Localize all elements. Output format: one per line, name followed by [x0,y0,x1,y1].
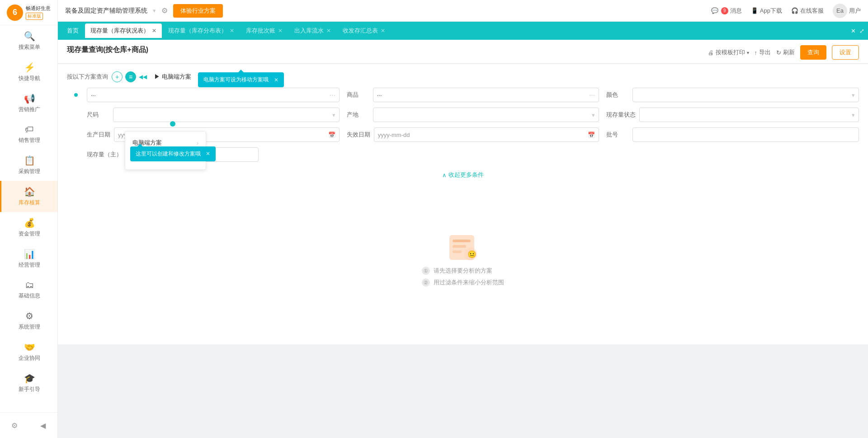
prod-date-label: 生产日期 [87,131,110,139]
create-tooltip-close[interactable]: ✕ [206,151,210,157]
chevron-down-icon: ▾ [852,112,855,118]
avatar: Ea [833,4,847,18]
print-icon: 🖨 [708,49,714,56]
tab-close-icon[interactable]: ✕ [381,28,385,34]
add-scheme-btn[interactable]: + [112,71,123,82]
warehouse-select[interactable]: ··· ⋯ [87,88,340,102]
refresh-icon: ↻ [776,49,781,56]
tab-home[interactable]: 首页 [61,24,84,38]
connector-dot [170,121,175,127]
settings-gear-icon[interactable]: ⚙ [161,6,168,15]
arrow-right-icon: › [197,140,198,146]
sidebar-item-label: 快捷导航 [19,75,40,82]
filter-item-size: 尺码 ▾ [87,108,340,122]
tab-inventory-status[interactable]: 现存量（库存状况表） ✕ [85,24,162,38]
sidebar-item-sales[interactable]: 🏷 销售管理 [0,119,57,150]
tab-label: 现存量（库存分布表） [168,27,227,35]
filter-section-label: 按以下方案查询 [67,73,108,81]
more-icon: ⋯ [589,92,595,99]
collapse-sidebar-btn[interactable]: ◀ [36,418,50,433]
sidebar-item-inventory[interactable]: 🏠 库存核算 [0,181,57,212]
goods-label: 商品 [347,91,369,99]
query-button[interactable]: 查询 [800,45,826,60]
settings-btn[interactable]: ⚙ [7,418,22,433]
export-icon: ↑ [755,49,758,56]
calendar-icon: 📅 [328,132,335,138]
sidebar-item-label: 新手引导 [19,386,40,393]
filter-item-batch: 批号 [606,127,859,142]
tab-close-icon[interactable]: ✕ [326,28,331,34]
expand-icon[interactable]: ⤢ [859,28,864,34]
online-service-item[interactable]: 🎧 在线客服 [791,7,824,15]
tab-inout-flow[interactable]: 出入库流水 ✕ [289,24,336,38]
messages-item[interactable]: 💬 9 消息 [711,7,742,15]
filter-row-1: ··· ⋯ 商品 ··· ⋯ 颜色 ▾ [67,88,859,102]
header-divider: ▾ [153,7,156,14]
row-spacer [74,133,78,137]
refresh-label: 刷新 [783,48,795,57]
tab-batch-account[interactable]: 库存批次账 ✕ [241,24,288,38]
calendar-icon: 📅 [588,132,595,138]
headset-icon: 🎧 [791,7,798,14]
sidebar-item-purchase[interactable]: 📋 采购管理 [0,150,57,181]
sidebar-item-label: 搜索菜单 [19,43,40,51]
marketing-icon: 📢 [24,93,35,104]
sidebar-item-enterprise[interactable]: 🤝 企业协同 [0,336,57,367]
export-btn[interactable]: ↑ 导出 [755,45,771,60]
origin-label: 产地 [347,111,369,119]
template-print-btn[interactable]: 🖨 按模板打印 ▾ [708,45,749,60]
sidebar-item-search[interactable]: 🔍 搜索菜单 [0,25,57,57]
color-select[interactable]: ▾ [632,88,859,102]
page-header: 现存量查询(按仓库+商品) 🖨 按模板打印 ▾ ↑ 导出 ↻ 刷新 [58,40,868,64]
sidebar-item-basic[interactable]: 🗂 基础信息 [0,274,57,305]
page-actions: 🖨 按模板打印 ▾ ↑ 导出 ↻ 刷新 查询 设置 [708,45,859,63]
stock-status-label: 现存量状态 [606,111,636,119]
collapse-icon[interactable]: ◀◀ [139,74,147,80]
tab-close-icon[interactable]: ✕ [152,28,156,34]
batch-label: 批号 [606,131,629,139]
industry-plan-button[interactable]: 体验行业方案 [173,4,223,18]
sidebar-item-quick[interactable]: ⚡ 快捷导航 [0,57,57,88]
origin-select[interactable]: ▾ [373,108,599,122]
goods-placeholder: ··· [377,92,382,99]
sidebar-item-marketing[interactable]: 📢 营销推广 [0,88,57,119]
messages-badge: 9 [721,7,728,14]
row-spacer [74,113,78,117]
app-download-item[interactable]: 📱 App下载 [751,7,782,15]
export-label: 导出 [759,48,771,57]
tab-close-icon[interactable]: ✕ [278,28,283,34]
refresh-btn[interactable]: ↻ 刷新 [776,45,795,60]
sidebar-item-finance[interactable]: 💰 资金管理 [0,212,57,243]
sidebar-nav: 🔍 搜索菜单 ⚡ 快捷导航 📢 营销推广 🏷 销售管理 📋 采购管理 🏠 库存核… [0,25,57,412]
user-item[interactable]: Ea 用户 [833,4,861,18]
edit-scheme-btn[interactable]: ≡ [125,71,136,82]
expiry-date-label: 失效日期 [347,131,370,139]
expiry-date-input[interactable]: yyyy-mm-dd 📅 [374,127,599,142]
tab-close-icon[interactable]: ✕ [230,28,234,34]
header-right: 💬 9 消息 📱 App下载 🎧 在线客服 Ea 用户 [711,4,861,18]
sidebar-item-operations[interactable]: 📊 经营管理 [0,243,57,274]
filter-panel: 按以下方案查询 + ≡ ◀◀ ▶ 电脑端方案 ··· ⋯ [58,64,868,190]
sidebar-item-guide[interactable]: 🎓 新手引导 [0,367,57,399]
sidebar: 6 畅通好生意 标准版 🔍 搜索菜单 ⚡ 快捷导航 📢 营销推广 🏷 销售管理 … [0,0,58,438]
operations-icon: 📊 [24,249,35,259]
sidebar-item-system[interactable]: ⚙ 系统管理 [0,305,57,336]
close-all-tabs-icon[interactable]: ✕ [851,28,856,34]
filter-item-goods: 商品 ··· ⋯ [347,88,599,102]
tab-inventory-dist[interactable]: 现存量（库存分布表） ✕ [163,24,240,38]
size-select[interactable]: ▾ [113,108,340,122]
sidebar-item-label: 基础信息 [19,292,40,300]
header-left: 装备及固定资产辅助管理系统 ▾ ⚙ 体验行业方案 [65,4,223,18]
create-scheme-tooltip: 这里可以创建和修改方案哦 ✕ [130,146,216,161]
tab-label: 出入库流水 [294,27,324,35]
batch-input[interactable] [632,127,859,142]
goods-select[interactable]: ··· ⋯ [373,88,599,102]
messages-label: 消息 [730,7,742,15]
inventory-icon: 🏠 [24,186,35,197]
scheme-tooltip-close[interactable]: ✕ [274,77,278,83]
scheme-desktop-label: 电脑端方案 [132,139,162,147]
tab-recv-summary[interactable]: 收发存汇总表 ✕ [337,24,391,38]
stock-status-select[interactable]: ▾ [639,108,859,122]
finance-icon: 💰 [24,217,35,228]
settings-button[interactable]: 设置 [832,45,859,60]
